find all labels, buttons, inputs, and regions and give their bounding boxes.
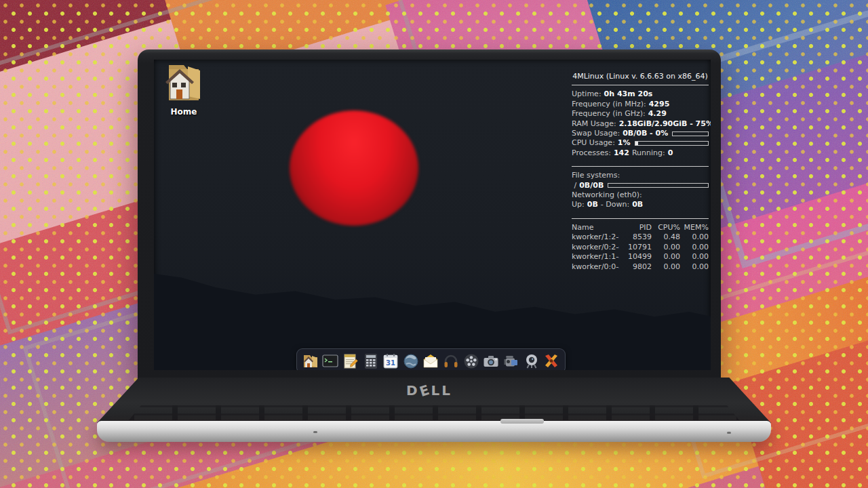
terminal-icon[interactable] bbox=[321, 352, 339, 370]
keyboard-keys bbox=[129, 405, 739, 420]
divider bbox=[572, 85, 709, 85]
red-sun-wallpaper bbox=[290, 110, 418, 226]
webcam-icon[interactable] bbox=[523, 352, 540, 370]
process-row-name: kworker/0:0-ata_ bbox=[572, 262, 619, 272]
process-row-mem: 0.00 bbox=[683, 252, 709, 262]
process-row-pid: 8539 bbox=[622, 232, 652, 242]
laptop-base bbox=[97, 421, 771, 442]
process-row-cpu: 0.00 bbox=[654, 243, 680, 252]
home-folder-icon[interactable] bbox=[302, 352, 319, 370]
stat-network: Up:0B- Down:0B bbox=[572, 200, 709, 209]
process-row-pid: 10499 bbox=[622, 252, 652, 262]
filesystems-heading: File systems: bbox=[572, 171, 709, 180]
divider bbox=[572, 218, 709, 219]
col-header-mem: MEM% bbox=[683, 223, 709, 232]
process-row-name: kworker/1:1-ata_ bbox=[572, 252, 619, 262]
svg-text:31: 31 bbox=[386, 359, 395, 367]
application-dock: 31 bbox=[296, 348, 566, 370]
process-row-cpu: 0.00 bbox=[654, 252, 680, 262]
desktop-icon-home[interactable]: Home bbox=[159, 61, 208, 117]
process-row-cpu: 0.48 bbox=[654, 232, 680, 242]
image-viewer-icon[interactable] bbox=[482, 352, 500, 370]
home-folder-icon bbox=[162, 61, 205, 103]
col-header-pid: PID bbox=[622, 223, 652, 232]
networking-heading: Networking (eth0): bbox=[572, 190, 709, 200]
process-table: Name PID CPU% MEM% kworker/1:2-mm_p 8539… bbox=[572, 223, 709, 272]
multimedia-tools-icon[interactable] bbox=[542, 352, 560, 370]
email-icon[interactable] bbox=[422, 352, 439, 370]
process-row-name: kworker/1:2-mm_p bbox=[572, 232, 619, 242]
fs-root-bar bbox=[608, 183, 709, 188]
cpu-bar bbox=[635, 141, 709, 146]
web-browser-icon[interactable] bbox=[402, 352, 420, 370]
base-screw bbox=[313, 431, 317, 433]
base-screw bbox=[727, 432, 731, 434]
text-editor-icon[interactable] bbox=[342, 352, 359, 370]
process-row-pid: 10791 bbox=[622, 243, 652, 252]
video-player-icon[interactable] bbox=[462, 352, 480, 370]
col-header-cpu: CPU% bbox=[654, 223, 680, 232]
col-header-name: Name bbox=[572, 223, 619, 232]
camcorder-icon[interactable] bbox=[502, 352, 520, 370]
process-row-cpu: 0.00 bbox=[654, 262, 680, 272]
system-title: 4MLinux (Linux v. 6.6.63 on x86_64) bbox=[572, 72, 709, 81]
calculator-icon[interactable] bbox=[362, 352, 380, 370]
laptop-screen: Home 4MLinux (Linux v. 6.6.63 on x86_64)… bbox=[154, 60, 711, 370]
stat-ram: RAM Usage:2.18GiB/2.90GiB - 75% bbox=[572, 119, 709, 129]
process-row-pid: 9802 bbox=[622, 262, 652, 272]
stat-uptime: Uptime:0h 43m 20s bbox=[572, 89, 709, 99]
lid-notch bbox=[500, 419, 544, 424]
system-monitor-widget: 4MLinux (Linux v. 6.6.63 on x86_64) Upti… bbox=[572, 72, 709, 272]
stat-freq-mhz: Frequency (in MHz):4295 bbox=[572, 100, 709, 109]
process-row-mem: 0.00 bbox=[683, 232, 709, 242]
process-row-mem: 0.00 bbox=[683, 262, 709, 272]
process-row-name: kworker/0:2-even bbox=[572, 243, 619, 252]
dell-logo: DELL bbox=[138, 382, 721, 399]
process-row-mem: 0.00 bbox=[683, 243, 709, 252]
dell-laptop: Home 4MLinux (Linux v. 6.6.63 on x86_64)… bbox=[0, 0, 868, 488]
stat-processes: Processes:142Running:0 bbox=[572, 148, 709, 158]
stat-freq-ghz: Frequency (in GHz):4.29 bbox=[572, 109, 709, 119]
audio-player-icon[interactable] bbox=[442, 352, 460, 370]
stat-cpu: CPU Usage:1% bbox=[572, 138, 709, 148]
divider bbox=[572, 166, 709, 167]
calendar-icon[interactable]: 31 bbox=[382, 352, 399, 370]
stat-swap: Swap Usage:0B/0B - 0% bbox=[572, 129, 709, 138]
stat-fs-root: /0B/0B bbox=[572, 181, 709, 190]
swap-bar bbox=[672, 131, 709, 136]
desktop-icon-label: Home bbox=[159, 107, 208, 117]
